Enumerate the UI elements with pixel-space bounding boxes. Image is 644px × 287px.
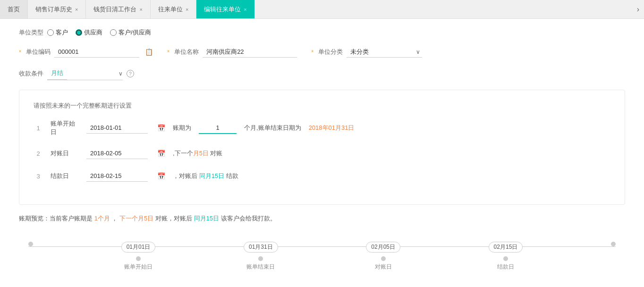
unit-info-row: * 单位编码 📋 * 单位名称 * 单位分类 未分类 ∨ [19,46,625,58]
preview-pay-day: 同月15日 [194,215,219,222]
timeline-dot-3 [381,256,386,261]
timeline-date-2: 01月31日 [249,244,273,250]
tab-cash-workbench-label: 钱货日清工作台 [93,5,136,14]
unit-type-radio-group: 客户 供应商 客户/供应商 [47,28,151,37]
period-row-3-desc: ，对账后 同月15日 结款 [173,172,238,180]
radio-both-label: 客户/供应商 [119,28,151,37]
radio-supplier[interactable]: 供应商 [76,28,102,37]
preview-prefix: 账期预览：当前客户账期是 [19,215,93,222]
page-content: 单位类型 客户 供应商 客户/供应商 * 单位编码 [0,19,644,287]
period-row-2-cal-icon[interactable]: 📅 [157,150,165,157]
tab-partners[interactable]: 往来单位 × [151,0,196,18]
tab-sales-history-close[interactable]: × [75,7,78,12]
tab-edit-partner-label: 编辑往来单位 [204,5,241,14]
payment-condition-select-wrapper: 月结 ∨ [47,67,123,80]
tab-home[interactable]: 首页 [0,0,28,18]
timeline-date-4: 02月15日 [494,244,518,250]
radio-customer[interactable]: 客户 [47,28,68,37]
unit-code-group: * 单位编码 📋 [19,46,153,58]
unit-category-select-wrapper: 未分类 ∨ [347,46,422,58]
unit-name-required: * [167,49,169,56]
period-row-1-desc-suffix: 个月,账单结束日期为 [244,124,301,132]
timeline-start-dot [28,242,33,246]
timeline-label-4: 结款日 [497,263,514,271]
timeline-start-node [28,242,33,271]
period-end-date: 2018年01月31日 [309,124,355,132]
tab-partners-label: 往来单位 [158,5,183,14]
payment-condition-arrow-icon: ∨ [119,70,123,77]
tab-edit-partner-close[interactable]: × [244,7,246,12]
period-row-3-cal-icon[interactable]: 📅 [157,172,165,180]
period-row-2: 2 对账日 📅 ,下一个月5日 对账 [34,148,610,159]
timeline-node-4: 02月15日 结款日 [489,242,523,271]
unit-type-label: 单位类型 [19,28,43,37]
unit-type-group: 单位类型 客户 供应商 客户/供应商 [19,28,151,37]
tab-cash-workbench[interactable]: 钱货日清工作台 × [86,0,150,18]
period-row-1-date[interactable] [86,122,148,134]
timeline-dot-4 [503,256,508,261]
timeline-dot-2 [258,256,263,261]
payment-condition-group: 收款条件 月结 ∨ ? [19,67,134,80]
period-row-2-desc: ,下一个月5日 对账 [173,149,222,158]
timeline-label-2: 账单结束日 [246,263,275,271]
unit-category-required: * [311,49,314,56]
preview-next-check: 下一个月5日 [119,215,153,222]
timeline-node-1: 01月01日 账单开始日 [121,242,156,271]
timeline-end-dot [611,242,616,246]
timeline-nodes: 01月01日 账单开始日 01月31日 账单结束日 02月05日 对账日 [28,242,616,271]
timeline-end-node [611,242,616,271]
tab-cash-workbench-close[interactable]: × [139,7,142,12]
period-row-3: 3 结款日 📅 ，对账后 同月15日 结款 [34,170,610,182]
preview-middle2: 对账，对账后 [155,215,192,222]
timeline-dot-1 [136,256,141,261]
unit-category-group: * 单位分类 未分类 ∨ [311,46,422,58]
tab-sales-history-label: 销售订单历史 [35,5,72,14]
unit-code-icon[interactable]: 📋 [145,48,153,56]
tab-home-label: 首页 [8,5,20,14]
unit-name-input[interactable] [203,46,297,58]
period-row-3-date[interactable] [86,170,148,182]
unit-name-label: 单位名称 [174,48,199,56]
timeline-badge-2: 01月31日 [244,242,278,253]
period-row-1-desc-prefix: 账期为 [173,124,191,132]
unit-category-label: 单位分类 [318,48,343,56]
period-row-2-date[interactable] [86,148,148,159]
preview-middle1: ， [111,215,118,222]
timeline-badge-1: 01月01日 [121,242,156,253]
timeline-date-3: 02月05日 [371,244,395,250]
payment-condition-value: 月结 [47,67,67,80]
payment-condition-row: 收款条件 月结 ∨ ? [19,67,625,80]
radio-supplier-label: 供应商 [84,28,102,37]
unit-name-group: * 单位名称 [167,46,297,58]
timeline-badge-4: 02月15日 [489,242,523,253]
radio-supplier-input[interactable] [76,29,82,36]
period-row-2-num: 2 [34,150,43,157]
timeline-label-3: 对账日 [375,263,392,271]
period-row-1: 1 账单开始日 📅 账期为 个月,账单结束日期为 2018年01月31日 [34,119,610,136]
timeline-label-1: 账单开始日 [124,263,153,271]
period-row-2-label: 对账日 [51,149,79,158]
period-row-1-num: 1 [34,125,43,132]
tab-partners-close[interactable]: × [186,7,188,12]
unit-category-select[interactable]: 未分类 [347,46,422,57]
payment-condition-help-icon[interactable]: ? [127,70,134,77]
timeline: 01月01日 账单开始日 01月31日 账单结束日 02月05日 对账日 [19,237,625,287]
period-row-2-next-month: 月5日 [193,150,209,157]
radio-both[interactable]: 客户/供应商 [110,28,151,37]
period-row-1-cal-icon[interactable]: 📅 [157,124,165,132]
period-box-title: 请按照未来的一个完整帐期进行设置 [34,101,610,110]
unit-type-row: 单位类型 客户 供应商 客户/供应商 [19,28,625,37]
radio-customer-input[interactable] [47,29,54,36]
tab-more-button[interactable]: › [632,0,644,18]
tab-sales-history[interactable]: 销售订单历史 × [28,0,86,18]
period-row-1-label: 账单开始日 [51,119,79,136]
timeline-node-3: 02月05日 对账日 [366,242,400,271]
unit-code-input[interactable] [54,46,139,58]
radio-both-input[interactable] [110,29,117,36]
tab-edit-partner[interactable]: 编辑往来单位 × [196,0,254,18]
period-month-input[interactable] [199,122,237,134]
tab-bar: 首页 销售订单历史 × 钱货日清工作台 × 往来单位 × 编辑往来单位 × › [0,0,644,19]
timeline-node-2: 01月31日 账单结束日 [244,242,278,271]
preview-period: 1个月 [94,215,110,222]
period-box: 请按照未来的一个完整帐期进行设置 1 账单开始日 📅 账期为 个月,账单结束日期… [19,90,625,205]
